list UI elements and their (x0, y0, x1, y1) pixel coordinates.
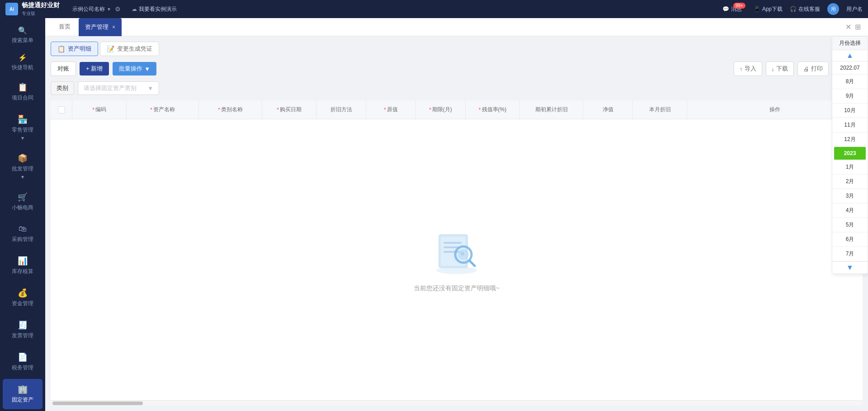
settings-button[interactable]: ⚙ (115, 5, 121, 13)
demo-link[interactable]: ☁ 我要看实例演示 (132, 5, 177, 13)
batch-chevron: ▼ (144, 66, 150, 72)
table-container: * 编码 * 资产名称 * 类别名称 * 购买日期 (51, 100, 863, 406)
th-period: * 期限(月) (416, 100, 466, 119)
tab-home-label: 首页 (59, 23, 71, 31)
wholesale-expand: ▼ (20, 175, 25, 180)
search-icon: 🔍 (18, 26, 27, 35)
svg-line-8 (469, 260, 475, 266)
sidebar-label-finance: 资金管理 (12, 300, 33, 307)
month-item-5[interactable]: 5月 (832, 218, 868, 232)
category-label[interactable]: 类别 (51, 81, 74, 95)
download-button[interactable]: ↓ 下载 (766, 61, 794, 76)
batch-ops-label: 批量操作 (119, 65, 142, 73)
batch-ops-button[interactable]: 批量操作 ▼ (113, 62, 156, 76)
invoice-icon: 🧾 (18, 320, 28, 330)
sidebar-item-tax[interactable]: 📄 税务管理 (3, 347, 42, 377)
month-2-label: 2月 (846, 178, 854, 184)
window-maximize-icon[interactable]: ⊞ (855, 23, 861, 31)
change-voucher-icon: 📝 (107, 45, 114, 52)
reconcile-button[interactable]: 对账 (51, 61, 76, 76)
sidebar-item-invoice[interactable]: 🧾 发票管理 (3, 315, 42, 345)
category-select[interactable]: 请选择固定资产类别 ▼ (78, 81, 159, 95)
company-selector[interactable]: 示例公司名称 ▼ (72, 5, 111, 13)
sidebar-label-purchase: 采购管理 (12, 236, 33, 243)
th-original: * 原值 (366, 100, 416, 119)
sidebar-item-ecommerce[interactable]: 🛒 小畅电商 (3, 187, 42, 217)
sidebar-nav[interactable]: ⚡ 快捷导航 (0, 49, 45, 76)
month-item-8[interactable]: 8月 (832, 75, 868, 89)
th-check (51, 100, 72, 119)
top-bar: Ai 畅捷通好业财 专业版 示例公司名称 ▼ ⚙ ☁ 我要看实例演示 💬 消息 … (0, 0, 868, 18)
tax-icon: 📄 (18, 352, 28, 362)
import-button[interactable]: ↑ 导入 (734, 61, 762, 76)
month-item-2022-07[interactable]: 2022.07 (832, 61, 868, 75)
sidebar-item-purchase[interactable]: 🛍 采购管理 (3, 219, 42, 249)
sidebar-item-finance[interactable]: 💰 资金管理 (3, 283, 42, 313)
month-item-9[interactable]: 9月 (832, 89, 868, 104)
purchase-icon: 🛍 (19, 224, 27, 234)
month-item-4[interactable]: 4月 (832, 203, 868, 218)
scrollbar-area[interactable] (51, 400, 863, 406)
sidebar-label-invoice: 发票管理 (12, 332, 33, 340)
month-8-label: 8月 (846, 78, 854, 85)
sidebar-label-wholesale: 批发管理 (12, 165, 33, 173)
month-item-11[interactable]: 11月 (832, 118, 868, 132)
month-item-6[interactable]: 6月 (832, 232, 868, 247)
window-close-icon[interactable]: ✕ (845, 23, 851, 31)
month-next-btn[interactable]: ▼ (846, 264, 854, 272)
content-area: 首页 资产管理 × ✕ ⊞ 📋 资产明细 📝 变更生 (45, 18, 868, 411)
month-panel-title-text: 月份选择 (839, 40, 861, 46)
th-date: * 购买日期 (262, 100, 316, 119)
sub-tab-change-voucher[interactable]: 📝 变更生成凭证 (100, 42, 159, 56)
svg-rect-5 (443, 251, 461, 253)
th-period-label: 期限(月) (432, 106, 452, 113)
sidebar-item-retail[interactable]: 🏪 零售管理 ▼ (3, 109, 42, 146)
sub-tab-detail-label: 资产明细 (68, 45, 91, 53)
sidebar-item-assets[interactable]: 🏢 固定资产 (3, 379, 42, 409)
tab-close-icon[interactable]: × (112, 24, 115, 30)
month-prev-btn[interactable]: ▲ (846, 52, 854, 60)
th-residual: * 残值率(%) (466, 100, 520, 119)
month-item-12[interactable]: 12月 (832, 132, 868, 147)
year-2023-label: 2023 (844, 150, 856, 156)
sidebar-search[interactable]: 🔍 搜索菜单 (0, 22, 45, 49)
download-icon: ↓ (772, 66, 775, 72)
category-filter: 类别 请选择固定资产类别 ▼ (51, 81, 863, 95)
sidebar-item-wholesale[interactable]: 📦 批发管理 ▼ (3, 148, 42, 185)
message-button[interactable]: 💬 消息 99+ (722, 5, 742, 13)
month-item-1[interactable]: 1月 (832, 160, 868, 175)
scroll-thumb[interactable] (52, 402, 143, 405)
company-chevron: ▼ (107, 7, 111, 12)
page-content: 📋 资产明细 📝 变更生成凭证 对账 + 新增 批量操作 ▼ ↑ (45, 36, 868, 411)
sidebar-label-ecommerce: 小畅电商 (12, 204, 33, 212)
sidebar-item-inventory[interactable]: 📊 库存核算 (3, 250, 42, 281)
empty-text: 当前您还没有固定资产明细哦~ (414, 284, 500, 293)
customer-service-button[interactable]: 🎧 在线客服 (790, 5, 820, 13)
sub-tabs: 📋 资产明细 📝 变更生成凭证 (51, 42, 863, 56)
demo-text: 我要看实例演示 (139, 5, 177, 13)
month-item-7[interactable]: 7月 (832, 247, 868, 261)
sidebar-label-retail: 零售管理 (12, 126, 33, 134)
sidebar-item-project[interactable]: 📋 项目合同 (3, 77, 42, 107)
tab-home[interactable]: 首页 (52, 18, 77, 36)
month-2022-07-label: 2022.07 (840, 65, 859, 71)
app-download-button[interactable]: 📱 App下载 (754, 5, 783, 13)
add-button[interactable]: + 新增 (80, 62, 109, 76)
category-label-text: 类别 (57, 84, 68, 92)
month-4-label: 4月 (846, 207, 854, 213)
month-7-label: 7月 (846, 250, 854, 257)
month-item-2[interactable]: 2月 (832, 175, 868, 189)
select-all-checkbox[interactable] (58, 106, 65, 113)
th-code: * 编码 (72, 100, 127, 119)
user-avatar[interactable]: 用 (827, 3, 839, 15)
th-monthly-label: 本月折旧 (649, 106, 671, 113)
table-header: * 编码 * 资产名称 * 类别名称 * 购买日期 (51, 100, 863, 119)
month-item-10[interactable]: 10月 (832, 104, 868, 118)
th-original-label: 原值 (387, 106, 398, 113)
print-button[interactable]: 🖨 打印 (797, 61, 829, 76)
retail-icon: 🏪 (18, 114, 28, 124)
month-item-3[interactable]: 3月 (832, 189, 868, 203)
sub-tab-asset-detail[interactable]: 📋 资产明细 (51, 42, 98, 56)
import-icon: ↑ (740, 66, 743, 72)
tab-asset-mgmt[interactable]: 资产管理 × (79, 18, 122, 36)
